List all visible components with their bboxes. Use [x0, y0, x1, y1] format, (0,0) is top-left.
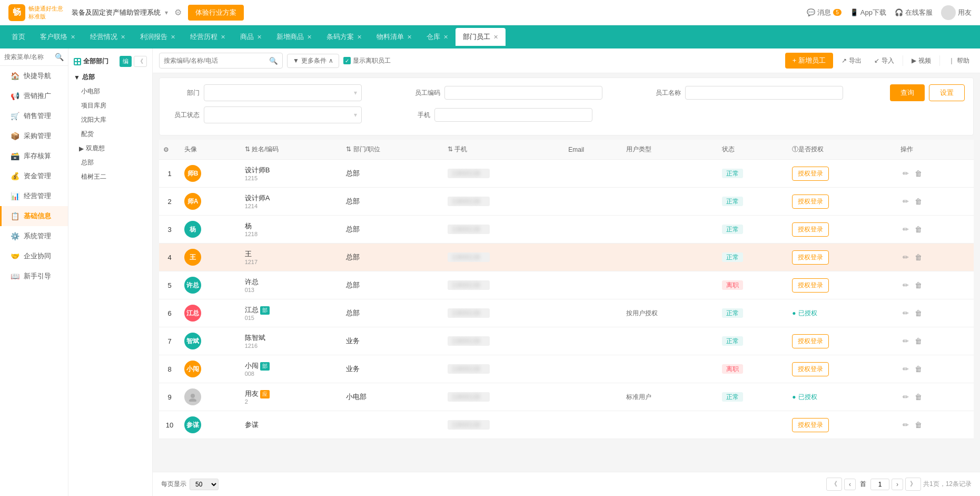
emp-name-input[interactable] — [685, 86, 843, 100]
delete-button[interactable]: 🗑 — [913, 252, 924, 262]
nav-tab-利润报告[interactable]: 利润报告✕ — [133, 28, 183, 46]
online-service-btn[interactable]: 🎧 在线客服 — [895, 8, 933, 17]
tab-close-icon[interactable]: ✕ — [171, 34, 175, 41]
auth-button[interactable]: 授权登录 — [792, 418, 829, 432]
sidebar-item-sales[interactable]: 🛒 销售管理 — [0, 106, 68, 126]
delete-button[interactable]: 🗑 — [913, 280, 924, 290]
sidebar-item-cooperation[interactable]: 🤝 企业协同 — [0, 246, 68, 266]
message-btn[interactable]: 💬 消息 5 — [807, 8, 842, 17]
tab-close-icon[interactable]: ✕ — [493, 34, 498, 41]
tab-close-icon[interactable]: ✕ — [307, 34, 312, 41]
reset-button[interactable]: 设置 — [929, 84, 965, 101]
tab-close-icon[interactable]: ✕ — [257, 34, 262, 41]
nav-tab-新增商品[interactable]: 新增商品✕ — [269, 28, 319, 46]
phone-input[interactable] — [434, 108, 592, 122]
nav-tab-条码方案[interactable]: 条码方案✕ — [319, 28, 369, 46]
sidebar-item-finance[interactable]: 💰 资金管理 — [0, 166, 68, 186]
auth-button[interactable]: 授权登录 — [792, 194, 829, 209]
all-departments[interactable]: 全部部门 — [74, 57, 108, 66]
dept-node-zongbu[interactable]: ▼ 总部 — [68, 70, 152, 84]
app-download-btn[interactable]: 📱 App下载 — [850, 8, 886, 17]
edit-button[interactable]: ✏ — [900, 224, 911, 235]
delete-button[interactable]: 🗑 — [913, 224, 924, 235]
view-button[interactable]: ▶ 视频 — [907, 54, 935, 67]
settings-button[interactable]: ⚙ — [172, 5, 184, 20]
auth-button[interactable]: 授权登录 — [792, 250, 829, 265]
trial-button[interactable]: 体验行业方案 — [188, 5, 244, 21]
nav-tab-经营情况[interactable]: 经营情况✕ — [83, 28, 133, 46]
sort-icon[interactable]: ⇅ — [245, 145, 250, 153]
delete-button[interactable]: 🗑 — [913, 364, 924, 374]
emp-search-button[interactable]: 🔍 — [265, 57, 282, 65]
nav-tab-商品[interactable]: 商品✕ — [233, 28, 269, 46]
edit-button[interactable]: ✏ — [900, 308, 911, 318]
auth-button[interactable]: 授权登录 — [792, 222, 829, 237]
user-area[interactable]: 用友 — [941, 5, 972, 20]
dept-node-xiao-dian[interactable]: 小电部 — [68, 84, 152, 99]
delete-button[interactable]: 🗑 — [913, 336, 924, 346]
sidebar-item-purchase[interactable]: 📦 采购管理 — [0, 126, 68, 146]
edit-button[interactable]: ✏ — [900, 280, 911, 290]
tab-close-icon[interactable]: ✕ — [407, 34, 412, 41]
sidebar-item-quick-nav[interactable]: 🏠 快捷导航 — [0, 66, 68, 86]
page-next-button[interactable]: › — [892, 479, 903, 490]
edit-button[interactable]: ✏ — [900, 392, 911, 402]
auth-button[interactable]: 授权登录 — [792, 362, 829, 376]
dept-node-shuanglu[interactable]: ▶ 双鹿想 — [68, 141, 152, 155]
page-size-select[interactable]: 50 100 200 — [190, 479, 219, 490]
sidebar-item-system[interactable]: ⚙️ 系统管理 — [0, 226, 68, 246]
auth-button[interactable]: 授权登录 — [792, 167, 829, 181]
dept-node-peihuo[interactable]: 配货 — [68, 127, 152, 141]
tab-close-icon[interactable]: ✕ — [357, 34, 362, 41]
delete-button[interactable]: 🗑 — [913, 420, 924, 430]
add-employee-button[interactable]: + 新增员工 — [785, 53, 833, 69]
edit-button[interactable]: ✏ — [900, 364, 911, 374]
page-number-input[interactable] — [870, 479, 889, 490]
nav-tab-仓库[interactable]: 仓库✕ — [419, 28, 456, 46]
delete-button[interactable]: 🗑 — [913, 308, 924, 318]
more-conditions-button[interactable]: ▼ 更多条件 ∧ — [287, 54, 339, 68]
dept-add-button[interactable]: 编 — [120, 56, 132, 67]
auth-button[interactable]: 授权登录 — [792, 334, 829, 348]
query-button[interactable]: 查询 — [890, 84, 925, 101]
dept-node-zongbu2[interactable]: 总部 — [68, 155, 152, 170]
edit-button[interactable]: ✏ — [900, 196, 911, 207]
search-input[interactable] — [4, 53, 55, 61]
emp-code-input[interactable] — [444, 86, 602, 100]
show-resign-toggle[interactable]: ✓ 显示离职员工 — [343, 56, 391, 65]
export-button[interactable]: ↗ 导出 — [837, 54, 866, 67]
nav-tab-首页[interactable]: 首页 — [4, 28, 33, 46]
edit-button[interactable]: ✏ — [900, 252, 911, 262]
auth-button[interactable]: 授权登录 — [792, 278, 829, 293]
sort-icon-phone[interactable]: ⇅ — [448, 145, 453, 153]
nav-tab-经营历程[interactable]: 经营历程✕ — [183, 28, 233, 46]
page-prev-button[interactable]: ‹ — [844, 479, 856, 490]
delete-button[interactable]: 🗑 — [913, 196, 924, 207]
edit-button[interactable]: ✏ — [900, 168, 911, 179]
help-button[interactable]: ｜ 帮助 — [944, 54, 974, 67]
emp-status-select[interactable]: ▾ — [204, 106, 362, 123]
dept-node-shenyang[interactable]: 沈阳大库 — [68, 113, 152, 127]
tab-close-icon[interactable]: ✕ — [221, 34, 225, 41]
sidebar-item-guide[interactable]: 📖 新手引导 — [0, 266, 68, 286]
sidebar-item-basic-info[interactable]: 📋 基础信息 — [0, 206, 68, 226]
import-button[interactable]: ↙ 导入 — [870, 54, 898, 67]
delete-button[interactable]: 🗑 — [913, 392, 924, 402]
edit-button[interactable]: ✏ — [900, 420, 911, 430]
page-last-button[interactable]: 》 — [905, 478, 921, 491]
sort-icon-dept[interactable]: ⇅ — [346, 145, 351, 153]
system-dropdown-arrow[interactable]: ▾ — [165, 9, 168, 16]
settings-col-icon[interactable]: ⚙ — [163, 146, 169, 153]
sidebar-item-marketing[interactable]: 📢 营销推广 — [0, 86, 68, 106]
nav-tab-部门员工[interactable]: 部门员工✕ — [456, 28, 506, 46]
dept-select[interactable]: ▾ — [204, 84, 362, 101]
tab-close-icon[interactable]: ✕ — [121, 34, 125, 41]
delete-button[interactable]: 🗑 — [913, 168, 924, 179]
page-first-button[interactable]: 《 — [826, 478, 842, 491]
dept-node-zhangwang[interactable]: 植树王二 — [68, 170, 152, 184]
emp-search-input[interactable] — [160, 57, 265, 64]
sidebar-item-operations[interactable]: 📊 经营管理 — [0, 186, 68, 206]
nav-tab-物料清单[interactable]: 物料清单✕ — [369, 28, 419, 46]
tab-close-icon[interactable]: ✕ — [443, 34, 448, 41]
dept-node-xiangmu[interactable]: 项目库房 — [68, 99, 152, 113]
